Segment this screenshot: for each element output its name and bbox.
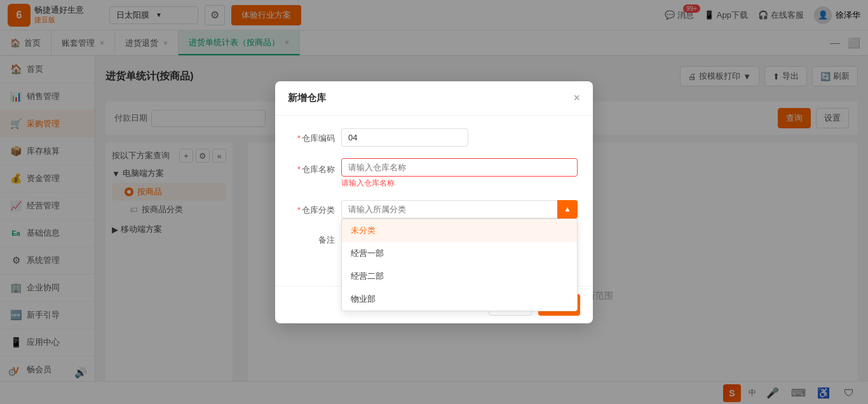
dropdown-item-dept2[interactable]: 经营二部 bbox=[342, 265, 577, 288]
dropdown-item-dept1[interactable]: 经营一部 bbox=[342, 242, 577, 265]
category-select-wrapper: ▲ 未分类 经营一部 经营二部 物业部 bbox=[341, 200, 578, 219]
dropdown-item-property[interactable]: 物业部 bbox=[342, 288, 577, 311]
name-label: 仓库名称 bbox=[290, 159, 341, 175]
note-label: 备注 bbox=[290, 230, 341, 246]
dropdown-item-uncategorized[interactable]: 未分类 bbox=[342, 219, 577, 242]
warehouse-code-input[interactable] bbox=[341, 128, 468, 147]
modal-overlay[interactable]: 新增仓库 × 仓库编码 仓库名称 请输入仓库名称 仓库分类 bbox=[0, 0, 868, 404]
form-row-category: 仓库分类 ▲ 未分类 经营一部 经营二部 物业部 bbox=[290, 200, 578, 219]
warehouse-name-input[interactable] bbox=[341, 158, 578, 177]
modal-title: 新增仓库 bbox=[288, 92, 326, 104]
code-label: 仓库编码 bbox=[290, 128, 341, 144]
category-toggle-button[interactable]: ▲ bbox=[557, 200, 578, 219]
modal-body: 仓库编码 仓库名称 请输入仓库名称 仓库分类 ▲ bbox=[275, 116, 593, 286]
form-row-code: 仓库编码 bbox=[290, 128, 578, 147]
category-dropdown: 未分类 经营一部 经营二部 物业部 bbox=[341, 219, 578, 311]
chevron-up-icon: ▲ bbox=[564, 205, 571, 213]
category-input[interactable] bbox=[341, 200, 578, 219]
add-warehouse-modal: 新增仓库 × 仓库编码 仓库名称 请输入仓库名称 仓库分类 bbox=[275, 81, 593, 323]
category-label: 仓库分类 bbox=[290, 200, 341, 216]
modal-close-button[interactable]: × bbox=[573, 91, 580, 105]
name-error-message: 请输入仓库名称 bbox=[341, 178, 395, 189]
form-row-name: 仓库名称 请输入仓库名称 bbox=[290, 158, 578, 189]
modal-header: 新增仓库 × bbox=[275, 81, 593, 116]
